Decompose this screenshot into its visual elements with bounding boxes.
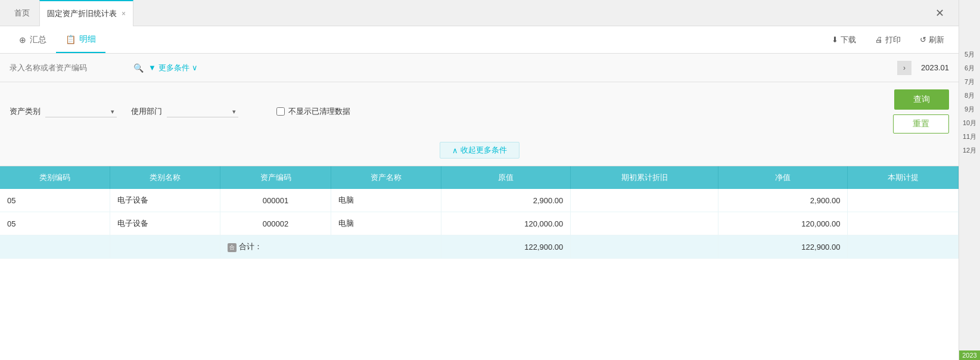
total-row: 合合计： 122,900.00 122,900.00 bbox=[0, 235, 959, 259]
hide-cleared-label: 不显示已清理数据 bbox=[288, 106, 350, 117]
total-original-value: 122,900.00 bbox=[441, 235, 571, 259]
tab-bar: ⊕ 汇总 📋 明细 ⬇ 下载 🖨 打印 ↺ 刷新 bbox=[0, 26, 959, 54]
filter-buttons: 查询 重置 bbox=[893, 89, 949, 134]
tab-bar-right: ⬇ 下载 🖨 打印 ↺ 刷新 bbox=[827, 32, 949, 48]
col-category-name: 类别名称 bbox=[110, 166, 220, 189]
print-label: 打印 bbox=[885, 35, 901, 45]
search-icon[interactable]: 🔍 bbox=[133, 63, 144, 73]
top-nav: 首页 固定资产折旧统计表 × ✕ bbox=[0, 0, 959, 26]
tab-close-icon[interactable]: × bbox=[122, 10, 126, 18]
window-close-button[interactable]: ✕ bbox=[931, 4, 949, 22]
asset-category-select-wrapper bbox=[45, 105, 117, 117]
collapse-button[interactable]: ∧ 收起更多条件 bbox=[440, 142, 519, 159]
data-table: 类别编码 类别名称 资产编码 资产名称 原值 期初累计折旧 净值 本期计提 05… bbox=[0, 166, 959, 259]
sidebar-month[interactable]: 11月 bbox=[962, 130, 978, 144]
cell-net-value: 2,900.00 bbox=[718, 189, 848, 212]
col-asset-name: 资产名称 bbox=[331, 166, 441, 189]
sidebar-month[interactable]: 8月 bbox=[962, 89, 978, 103]
filter-label: 更多条件 bbox=[158, 63, 189, 73]
total-accumulated-depreciation bbox=[571, 235, 718, 259]
main-tab[interactable]: 固定资产折旧统计表 × bbox=[39, 0, 133, 26]
asset-category-label: 资产类别 bbox=[10, 106, 41, 117]
total-icon: 合 bbox=[228, 243, 237, 252]
filter-row: 资产类别 使用部门 不显示已清理数据 bbox=[10, 89, 949, 134]
sidebar-month[interactable]: 10月 bbox=[962, 116, 978, 130]
asset-category-filter: 资产类别 bbox=[10, 105, 117, 117]
summary-label: 汇总 bbox=[30, 35, 46, 45]
right-sidebar: 5月6月7月8月9月10月11月12月 2023 bbox=[959, 0, 980, 360]
department-select-wrapper bbox=[167, 105, 238, 117]
tab-bar-left: ⊕ 汇总 📋 明细 bbox=[10, 26, 105, 53]
collapse-label: 收起更多条件 bbox=[461, 145, 507, 156]
refresh-label: 刷新 bbox=[929, 35, 944, 45]
print-icon: 🖨 bbox=[875, 35, 883, 44]
col-category-code: 类别编码 bbox=[0, 166, 110, 189]
refresh-button[interactable]: ↺ 刷新 bbox=[915, 32, 949, 48]
sidebar-months: 5月6月7月8月9月10月11月12月 bbox=[962, 48, 978, 157]
tab-detail[interactable]: 📋 明细 bbox=[56, 26, 105, 53]
cell-asset-code: 000001 bbox=[220, 189, 331, 212]
sidebar-month[interactable]: 7月 bbox=[962, 75, 978, 89]
detail-label: 明细 bbox=[79, 34, 96, 45]
table-header-row: 类别编码 类别名称 资产编码 资产名称 原值 期初累计折旧 净值 本期计提 bbox=[0, 166, 959, 189]
print-button[interactable]: 🖨 打印 bbox=[870, 32, 906, 48]
total-net-value: 122,900.00 bbox=[718, 235, 848, 259]
cell-asset-code: 000002 bbox=[220, 212, 331, 235]
asset-category-select[interactable] bbox=[45, 105, 117, 117]
download-button[interactable]: ⬇ 下载 bbox=[827, 32, 861, 48]
cell-category-name: 电子设备 bbox=[110, 212, 220, 235]
filter-area: 资产类别 使用部门 不显示已清理数据 bbox=[0, 82, 959, 166]
download-icon: ⬇ bbox=[832, 35, 838, 44]
cell-category-name: 电子设备 bbox=[110, 189, 220, 212]
chevron-down-icon: ∨ bbox=[192, 63, 198, 72]
department-filter: 使用部门 bbox=[131, 105, 238, 117]
col-asset-code: 资产编码 bbox=[220, 166, 331, 189]
home-nav[interactable]: 首页 bbox=[10, 8, 35, 18]
summary-icon: ⊕ bbox=[19, 35, 26, 45]
total-current-period bbox=[848, 235, 959, 259]
cell-category-code: 05 bbox=[0, 212, 110, 235]
sidebar-month[interactable]: 5月 bbox=[962, 48, 978, 61]
department-label: 使用部门 bbox=[131, 106, 162, 117]
sidebar-month[interactable]: 6月 bbox=[962, 61, 978, 75]
cell-current-period bbox=[848, 212, 959, 235]
search-bar: 🔍 ▼ 更多条件 ∨ › 2023.01 bbox=[0, 54, 959, 82]
hide-cleared-filter: 不显示已清理数据 bbox=[276, 106, 350, 117]
collapse-icon: ∧ bbox=[452, 146, 458, 155]
total-label: 合合计： bbox=[220, 235, 441, 259]
refresh-icon: ↺ bbox=[920, 35, 926, 44]
download-label: 下载 bbox=[841, 35, 856, 45]
tab-summary[interactable]: ⊕ 汇总 bbox=[10, 26, 56, 53]
filter-link[interactable]: ▼ 更多条件 ∨ bbox=[148, 63, 198, 73]
cell-category-code: 05 bbox=[0, 189, 110, 212]
cell-asset-name: 电脑 bbox=[331, 189, 441, 212]
table-row: 05 电子设备 000001 电脑 2,900.00 2,900.00 bbox=[0, 189, 959, 212]
table-row: 05 电子设备 000002 电脑 120,000.00 120,000.00 bbox=[0, 212, 959, 235]
cell-original-value: 120,000.00 bbox=[441, 212, 571, 235]
sidebar-month[interactable]: 9月 bbox=[962, 103, 978, 116]
hide-cleared-checkbox[interactable] bbox=[276, 107, 285, 116]
cell-current-period bbox=[848, 189, 959, 212]
cell-asset-name: 电脑 bbox=[331, 212, 441, 235]
detail-icon: 📋 bbox=[66, 35, 76, 44]
col-accumulated-depreciation: 期初累计折旧 bbox=[571, 166, 718, 189]
filter-icon: ▼ bbox=[148, 63, 156, 72]
table-container: 类别编码 类别名称 资产编码 资产名称 原值 期初累计折旧 净值 本期计提 05… bbox=[0, 166, 959, 360]
query-button[interactable]: 查询 bbox=[894, 89, 949, 110]
cell-net-value: 120,000.00 bbox=[718, 212, 848, 235]
col-current-period: 本期计提 bbox=[848, 166, 959, 189]
cell-accumulated-depreciation bbox=[571, 189, 718, 212]
cell-original-value: 2,900.00 bbox=[441, 189, 571, 212]
date-label: 2023.01 bbox=[921, 63, 949, 72]
tab-title: 固定资产折旧统计表 bbox=[47, 8, 117, 19]
reset-button[interactable]: 重置 bbox=[893, 114, 949, 134]
year-badge: 2023 bbox=[959, 350, 980, 360]
sidebar-month[interactable]: 12月 bbox=[962, 144, 978, 157]
cell-accumulated-depreciation bbox=[571, 212, 718, 235]
department-select[interactable] bbox=[167, 105, 238, 117]
date-nav-arrow[interactable]: › bbox=[897, 61, 911, 75]
col-original-value: 原值 bbox=[441, 166, 571, 189]
col-net-value: 净值 bbox=[718, 166, 848, 189]
collapse-bar: ∧ 收起更多条件 bbox=[10, 138, 949, 161]
search-input[interactable] bbox=[10, 63, 129, 72]
